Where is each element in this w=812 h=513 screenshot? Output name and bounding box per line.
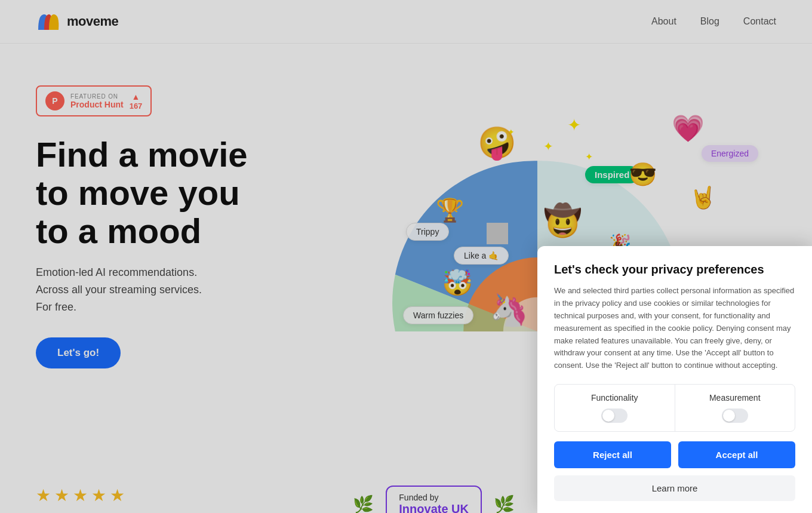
privacy-body: We and selected third parties collect pe… [554, 285, 795, 372]
measurement-toggle[interactable] [722, 408, 748, 423]
measurement-label: Measurement [709, 393, 761, 403]
learn-more-button[interactable]: Learn more [554, 475, 795, 501]
functionality-label: Functionality [591, 393, 638, 403]
measurement-section: Measurement [675, 385, 795, 431]
privacy-action-buttons: Reject all Accept all [554, 441, 795, 468]
functionality-toggle[interactable] [601, 408, 628, 423]
functionality-toggle-thumb [602, 410, 614, 422]
reject-all-button[interactable]: Reject all [554, 441, 671, 468]
privacy-modal: Let's check your privacy preferences We … [537, 246, 812, 513]
accept-all-button[interactable]: Accept all [678, 441, 795, 468]
privacy-toggles: Functionality Measurement [554, 384, 795, 432]
measurement-toggle-thumb [723, 410, 735, 422]
privacy-overlay: Let's check your privacy preferences We … [0, 0, 812, 513]
privacy-title: Let's check your privacy preferences [554, 263, 795, 277]
functionality-section: Functionality [555, 385, 675, 431]
